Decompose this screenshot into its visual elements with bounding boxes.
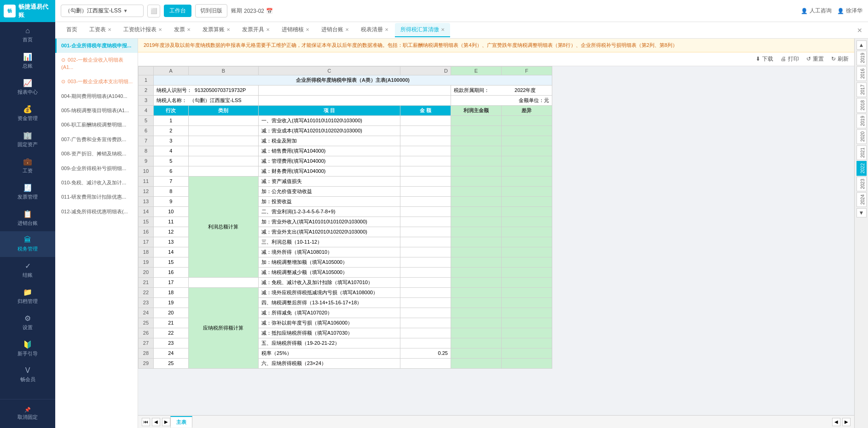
panel-item-006[interactable]: 006-职工薪酬纳税调整明细... [55, 118, 138, 132]
close-all-tabs-icon[interactable]: ✕ [857, 27, 862, 34]
cell-e-17[interactable] [451, 237, 502, 247]
cell-f-6[interactable] [501, 126, 552, 136]
cell-a-23[interactable]: 19 [153, 297, 188, 308]
user-profile[interactable]: 👤 徐泽华 [837, 7, 862, 15]
cell-a-22[interactable]: 18 [153, 287, 188, 297]
pin-toggle[interactable]: 📌 取消固定 [2, 404, 53, 423]
cell-f-19[interactable] [501, 257, 552, 267]
cell-e-13[interactable] [451, 196, 502, 206]
cell-f-8[interactable] [501, 146, 552, 156]
tab-close-purchase[interactable]: ✕ [306, 27, 309, 32]
cell-d-17[interactable] [400, 237, 451, 247]
tab-purchase[interactable]: 进销稽核✕ [276, 23, 315, 37]
cell-c-15[interactable]: 加：营业外收入(填写A101010\101020\103000) [259, 217, 400, 227]
sidebar-item-report[interactable]: 📈报表中心 [0, 74, 55, 100]
cell-e-16[interactable] [451, 227, 502, 237]
tab-payroll-stats[interactable]: 工资统计报表✕ [118, 23, 168, 37]
cell-a-10[interactable]: 6 [153, 166, 188, 176]
sidebar-item-home[interactable]: ⌂首页 [0, 22, 55, 48]
cell-c-12[interactable]: 加：公允价值变动收益 [259, 186, 400, 196]
year-expand-down[interactable]: ▼ [856, 208, 867, 217]
cell-d-7[interactable] [400, 136, 451, 146]
cell-c-26[interactable]: 减：抵扣应纳税所得额（填写A107030） [259, 328, 400, 338]
cell-f-28[interactable] [501, 348, 552, 358]
tab-close-payroll[interactable]: ✕ [108, 27, 111, 32]
cell-f-16[interactable] [501, 227, 552, 237]
cell-e-26[interactable] [451, 328, 502, 338]
cell-a-16[interactable]: 12 [153, 227, 188, 237]
cell-d-21[interactable] [400, 277, 451, 287]
panel-item-002[interactable]: ⊙ 002-一般企业收入明细表(A1... [55, 53, 138, 74]
cell-a-14[interactable]: 10 [153, 206, 188, 217]
tab-sales-ledger[interactable]: 进销台账✕ [316, 23, 354, 37]
cell-f-23[interactable] [501, 297, 552, 308]
cell-e-19[interactable] [451, 257, 502, 267]
cell-f-22[interactable] [501, 287, 552, 297]
cell-b-5[interactable] [188, 115, 259, 126]
cell-d-23[interactable] [400, 297, 451, 308]
cell-c-11[interactable]: 减：资产减值损失 [259, 176, 400, 186]
panel-item-001[interactable]: 001-企业所得税年度纳税申报... [55, 39, 138, 53]
cell-c-22[interactable]: 减：境外应税所得税抵减境内亏损（填写A108000） [259, 287, 400, 297]
cell-c-28[interactable]: 税率（25%） [259, 348, 400, 358]
cell-d-12[interactable] [400, 186, 451, 196]
cell-f-12[interactable] [501, 186, 552, 196]
cell-a-18[interactable]: 14 [153, 247, 188, 257]
year-2018[interactable]: 2018 [856, 98, 867, 113]
cell-c-24[interactable]: 减：所得减免（填写A107020） [259, 308, 400, 318]
tab-home[interactable]: 首页 [61, 23, 83, 37]
year-2024[interactable]: 2024 [856, 192, 867, 207]
cell-e-25[interactable] [451, 318, 502, 328]
panel-item-004[interactable]: 004-期间费用明细表(A1040... [55, 89, 138, 103]
cell-f-9[interactable] [501, 156, 552, 166]
cell-c-29[interactable]: 六、应纳所得税额（23×24） [259, 358, 400, 368]
cell-f-11[interactable] [501, 176, 552, 186]
calendar-icon[interactable]: 📅 [266, 8, 273, 14]
cell-f-7[interactable] [501, 136, 552, 146]
cell-a-19[interactable]: 15 [153, 257, 188, 267]
cell-c-5[interactable]: 一、营业收入(填写A101010\101020\103000) [259, 115, 400, 126]
cell-a-11[interactable]: 7 [153, 176, 188, 186]
sidebar-item-sales[interactable]: 📋进销台账 [0, 205, 55, 231]
sidebar-item-assets[interactable]: 🏢固定资产 [0, 126, 55, 153]
cell-e-15[interactable] [451, 217, 502, 227]
company-selector[interactable]: （勾删）江西服宝-LSS ▼ [61, 5, 144, 17]
cell-c-17[interactable]: 三、利润总额（10-11-12） [259, 237, 400, 247]
cell-a-6[interactable]: 2 [153, 126, 188, 136]
panel-item-008[interactable]: 008-资产折旧、摊销及纳税... [55, 147, 138, 161]
cell-f-21[interactable] [501, 277, 552, 287]
sidebar-item-payroll[interactable]: 💼工资 [0, 153, 55, 179]
year-2017[interactable]: 2017 [856, 82, 867, 97]
cell-b-10[interactable] [188, 166, 259, 176]
tab-invoice-m[interactable]: 发票✕ [168, 23, 196, 37]
workspace-button[interactable]: 工作台 [164, 5, 191, 17]
cell-a-29[interactable]: 25 [153, 358, 188, 368]
cell-e-8[interactable] [451, 146, 502, 156]
cell-c-14[interactable]: 二、营业利润(1-2-3-4-5-6-7-8+9) [259, 206, 400, 217]
cell-c-6[interactable]: 减：营业成本(填写A102010\102020\103000) [259, 126, 400, 136]
cell-d-29[interactable] [400, 358, 451, 368]
cell-d-13[interactable] [400, 196, 451, 206]
cell-a-9[interactable]: 5 [153, 156, 188, 166]
panel-item-012[interactable]: 012-减免所得税优惠明细表(... [55, 205, 138, 219]
cell-e-18[interactable] [451, 247, 502, 257]
cell-d-25[interactable] [400, 318, 451, 328]
cell-f-10[interactable] [501, 166, 552, 176]
cell-c-8[interactable]: 减：销售费用(填写A104000) [259, 146, 400, 156]
cell-a-5[interactable]: 1 [153, 115, 188, 126]
cell-e-24[interactable] [451, 308, 502, 318]
year-2023[interactable]: 2023 [856, 177, 867, 191]
cell-f-24[interactable] [501, 308, 552, 318]
cell-d-15[interactable] [400, 217, 451, 227]
cell-d-18[interactable] [400, 247, 451, 257]
tab-close-invoice-calc[interactable]: ✕ [226, 27, 230, 32]
sidebar-item-invoice[interactable]: 🧾发票管理 [0, 179, 55, 205]
tab-close-income-tax[interactable]: ✕ [441, 27, 445, 32]
cell-a-24[interactable]: 20 [153, 308, 188, 318]
print-button[interactable]: 🖨 打印 [781, 55, 799, 63]
cell-a-26[interactable]: 22 [153, 328, 188, 338]
sidebar-item-guide[interactable]: 🔰新手引导 [0, 336, 55, 362]
cell-b-9[interactable] [188, 156, 259, 166]
cell-d-26[interactable] [400, 328, 451, 338]
sheet-nav-first[interactable]: ⏮ [142, 418, 150, 426]
